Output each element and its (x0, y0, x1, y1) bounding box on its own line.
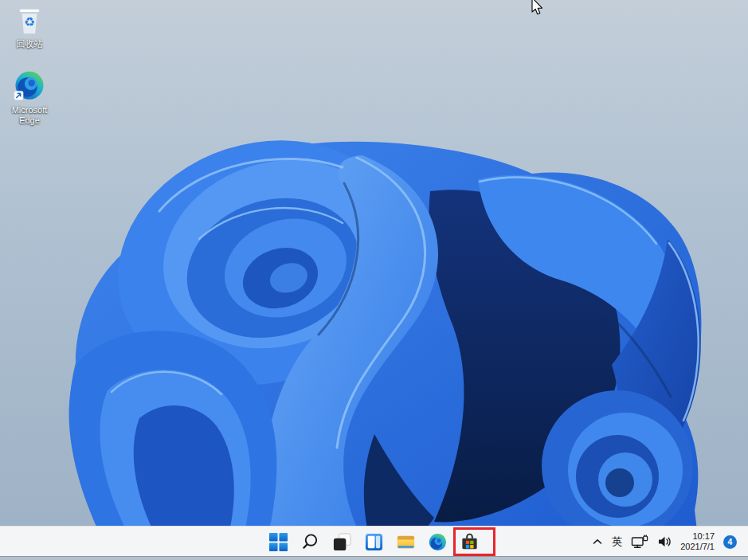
start-button[interactable] (263, 527, 295, 557)
ethernet-icon (631, 535, 648, 549)
clock[interactable]: 10:17 2021/7/1 (680, 531, 715, 552)
recycle-bin-label: 回收站 (17, 39, 43, 49)
edge-button[interactable] (422, 527, 454, 557)
clock-date: 2021/7/1 (680, 542, 715, 552)
tray-overflow-button[interactable] (592, 530, 603, 554)
edge-icon (13, 70, 46, 104)
clock-time: 10:17 (680, 531, 715, 542)
file-explorer-icon (396, 532, 416, 552)
screen-bottom-strip (0, 556, 748, 560)
task-view-icon (332, 532, 352, 552)
file-explorer-button[interactable] (390, 527, 422, 557)
desktop-icon-recycle-bin[interactable]: ♻ 回收站 (1, 4, 58, 49)
microsoft-store-button[interactable] (454, 527, 486, 557)
taskbar: 英 10:17 2021/7/1 4 (0, 526, 748, 556)
wallpaper-bloom (0, 0, 748, 560)
speaker-icon (657, 535, 672, 548)
network-button[interactable] (631, 530, 648, 554)
widgets-icon (364, 532, 384, 552)
edge-shortcut-label: Microsoft Edge (1, 105, 58, 126)
task-view-button[interactable] (327, 527, 358, 557)
search-button[interactable] (295, 527, 327, 557)
search-icon (300, 532, 320, 552)
volume-button[interactable] (657, 530, 672, 554)
ime-indicator[interactable]: 英 (612, 530, 622, 554)
edge-icon (428, 532, 448, 552)
notification-badge[interactable]: 4 (723, 535, 737, 549)
microsoft-store-icon (460, 532, 480, 552)
system-tray: 英 10:17 2021/7/1 4 (592, 527, 748, 557)
shortcut-arrow-icon (14, 91, 23, 100)
taskbar-center-group (263, 527, 486, 557)
svg-text:♻: ♻ (24, 15, 35, 29)
widgets-button[interactable] (358, 527, 390, 557)
windows-logo-icon (268, 532, 288, 552)
chevron-up-icon (592, 538, 603, 546)
desktop: ♻ 回收站 (0, 0, 748, 560)
desktop-icon-microsoft-edge[interactable]: Microsoft Edge (1, 70, 58, 126)
recycle-bin-icon: ♻ (13, 4, 46, 37)
